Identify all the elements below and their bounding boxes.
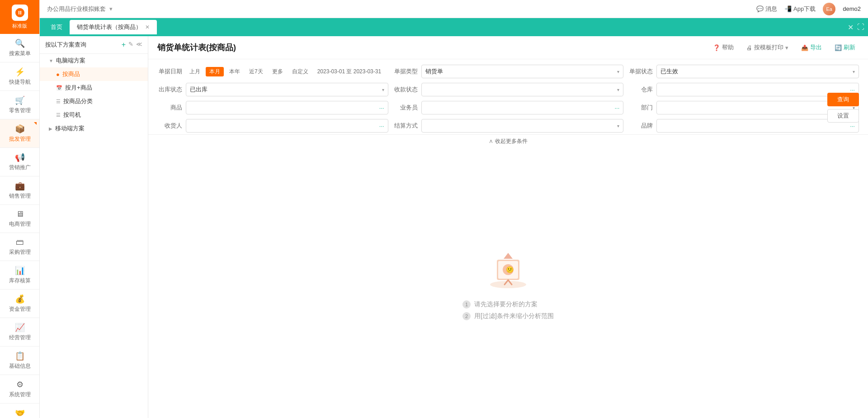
basic-icon: 📋 [15, 351, 25, 361]
sidebar-item-finance[interactable]: 💰 资金管理 [0, 290, 39, 318]
tab-maximize-btn[interactable]: ⛶ [857, 23, 864, 31]
sidebar-item-marketing[interactable]: 📢 营销推广 [0, 148, 39, 176]
search-icon: 🔍 [15, 38, 25, 48]
warehouse-more-btn[interactable]: ··· [850, 86, 855, 93]
dropdown-arrow[interactable]: ▾ [109, 5, 113, 12]
doc-type-value: 销货单 [425, 67, 443, 76]
month-product-icon: 📅 [56, 85, 62, 91]
tree-by-product[interactable]: ● 按商品 [40, 67, 148, 81]
empty-tips: 1 请先选择要分析的方案 2 用[过滤]条件来缩小分析范围 [462, 300, 554, 320]
product-label: 商品 [157, 104, 182, 112]
print-dropdown-icon[interactable]: ▾ [785, 44, 788, 51]
date-tab-last-month[interactable]: 上月 [186, 67, 204, 76]
tree-mobile-group[interactable]: ▶ 移动端方案 [40, 122, 148, 135]
doc-status-filter-cell: 单据状态 已生效 ▾ [628, 65, 859, 78]
main-area: 办公用品行业模拟账套 ▾ 💬 消息 📲 App下载 Ea demo2 首页 销货… [40, 0, 868, 418]
topbar-left: 办公用品行业模拟账套 ▾ [47, 5, 113, 13]
date-label: 单据日期 [157, 67, 182, 76]
staff-select[interactable]: ··· [421, 101, 624, 114]
action-buttons: 查询 设置 [827, 93, 859, 123]
tab-home[interactable]: 首页 [43, 20, 70, 34]
system-icon: ⚙ [16, 380, 24, 390]
logo-icon [12, 5, 28, 21]
receipt-status-select[interactable]: ▾ [421, 83, 624, 96]
sidebar-item-operations[interactable]: 📈 经营管理 [0, 318, 39, 347]
brand-more-btn[interactable]: ··· [850, 123, 855, 129]
sidebar-item-purchase[interactable]: 🗃 采购管理 [0, 233, 39, 261]
dept-cell: 部门 ▾ [628, 101, 859, 114]
doc-status-label: 单据状态 [628, 67, 653, 76]
refresh-btn[interactable]: 🔄 刷新 [831, 42, 859, 53]
sidebar-item-ecommerce[interactable]: 🖥 电商管理 [0, 205, 39, 233]
filter-row-4: 收货人 ··· 结算方式 ▾ 品牌 [157, 119, 859, 133]
svg-point-0 [490, 281, 526, 288]
consignee-label: 收货人 [157, 122, 182, 130]
app-logo[interactable]: 标准版 [0, 0, 39, 34]
edit-scheme-btn[interactable]: ✎ [128, 41, 133, 49]
search-button[interactable]: 查询 [827, 93, 859, 106]
print-btn[interactable]: 🖨 按模板打印 ▾ [743, 42, 792, 53]
help-btn[interactable]: ❓ 帮助 [709, 42, 737, 53]
warehouse-cell: 仓库 ··· [628, 83, 859, 96]
consignee-more-btn[interactable]: ··· [379, 123, 384, 129]
tree-by-cashier[interactable]: ☰ 按司机 [40, 108, 148, 122]
purchase-icon: 🗃 [16, 238, 24, 247]
tree-by-category[interactable]: ☰ 按商品分类 [40, 95, 148, 108]
tree-pc-group[interactable]: ▼ 电脑端方案 [40, 54, 148, 67]
retail-icon: 🛒 [15, 95, 25, 105]
doc-type-select[interactable]: 销货单 ▾ [421, 65, 624, 78]
date-filter-cell: 单据日期 上月 本月 本年 近7天 更多 自定义 2023-03-01 至 20… [157, 67, 388, 76]
filter-row-1: 单据日期 上月 本月 本年 近7天 更多 自定义 2023-03-01 至 20… [157, 65, 859, 78]
tab-report[interactable]: 销货单统计表（按商品） ✕ [70, 20, 157, 34]
left-panel-title: 按以下方案查询 [45, 41, 86, 49]
by-cashier-label: 按司机 [63, 111, 81, 119]
warehouse-status-select[interactable]: 已出库 ▾ [186, 83, 388, 96]
sales-icon: 💼 [15, 181, 25, 191]
brand-cell: 品牌 ··· [628, 119, 859, 133]
consignee-select[interactable]: ··· [186, 119, 388, 133]
sidebar-item-inventory[interactable]: 📊 库存核算 [0, 261, 39, 290]
settings-button[interactable]: 设置 [827, 109, 859, 123]
staff-more-btn[interactable]: ··· [614, 104, 619, 111]
sidebar-item-sales[interactable]: 💼 销售管理 [0, 176, 39, 205]
date-tab-more[interactable]: 更多 [269, 67, 287, 76]
date-tab-this-year[interactable]: 本年 [226, 67, 244, 76]
doc-status-select[interactable]: 已生效 ▾ [656, 65, 859, 78]
sidebar-item-retail[interactable]: 🛒 零售管理 [0, 91, 39, 119]
product-select[interactable]: ··· [186, 101, 388, 114]
product-more-btn[interactable]: ··· [379, 104, 384, 111]
sidebar-item-basic[interactable]: 📋 基础信息 [0, 347, 39, 375]
date-tab-this-month[interactable]: 本月 [206, 67, 224, 76]
sidebar-item-search[interactable]: 🔍 搜索菜单 [0, 34, 39, 62]
product-cell: 商品 ··· [157, 101, 388, 114]
sidebar-item-wholesale[interactable]: 📦 批发管理 [0, 119, 39, 148]
tab-close-btn[interactable]: ✕ [145, 24, 150, 30]
date-tab-custom[interactable]: 自定义 [288, 67, 312, 76]
user-avatar[interactable]: Ea [823, 3, 835, 15]
message-icon: 💬 [756, 5, 764, 12]
left-panel-header: 按以下方案查询 + ✎ ≪ [40, 36, 148, 54]
nav-icon: ⚡ [15, 67, 25, 77]
tab-close-window-btn[interactable]: ✕ [848, 23, 854, 32]
collapse-label: ∧ 收起更多条件 [489, 138, 527, 145]
payment-cell: 结算方式 ▾ [393, 119, 624, 133]
svg-text:😕: 😕 [506, 266, 514, 274]
app-download-btn[interactable]: 📲 App下载 [784, 5, 816, 13]
tree-by-month-product[interactable]: 📅 按月+商品 [40, 81, 148, 95]
payment-select[interactable]: ▾ [421, 119, 624, 133]
date-range-display: 2023-03-01 至 2023-03-31 [317, 68, 381, 76]
filter-section: 单据日期 上月 本月 本年 近7天 更多 自定义 2023-03-01 至 20… [148, 59, 868, 133]
avatar-initials: Ea [826, 6, 832, 12]
home-tab-label: 首页 [51, 23, 62, 31]
message-btn[interactable]: 💬 消息 [756, 5, 777, 13]
page-header: 销货单统计表(按商品) ❓ 帮助 🖨 按模板打印 ▾ 📤 导出 [148, 36, 868, 59]
collapse-bar[interactable]: ∧ 收起更多条件 [148, 134, 868, 148]
sidebar-item-system[interactable]: ⚙ 系统管理 [0, 375, 39, 404]
date-tab-7days[interactable]: 近7天 [245, 67, 267, 76]
sidebar-item-enterprise[interactable]: 🤝 企业协同 [0, 404, 39, 418]
user-name: demo2 [843, 5, 861, 12]
collapse-panel-btn[interactable]: ≪ [136, 41, 142, 49]
add-scheme-btn[interactable]: + [122, 41, 126, 49]
export-btn[interactable]: 📤 导出 [797, 42, 826, 53]
sidebar-item-nav[interactable]: ⚡ 快捷导航 [0, 62, 39, 91]
